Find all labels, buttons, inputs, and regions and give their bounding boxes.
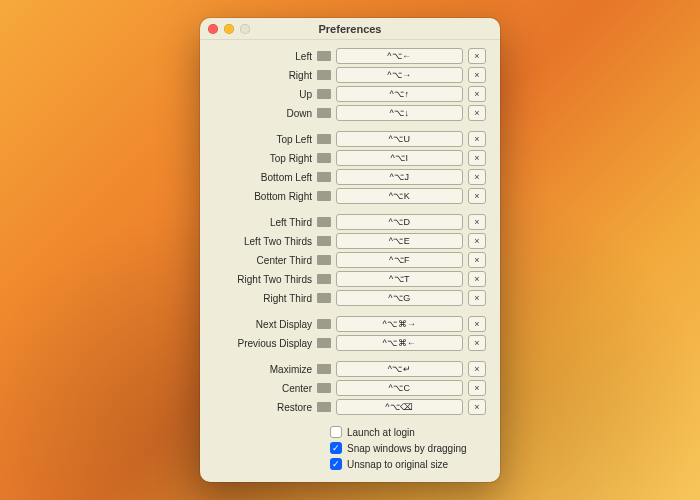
shortcut-label: Left Third	[214, 217, 312, 228]
clear-shortcut-button[interactable]: ×	[468, 188, 486, 204]
checkbox[interactable]	[330, 426, 342, 438]
content: Left^⌥←×Right^⌥→×Up^⌥↑×Down^⌥↓×Top Left^…	[200, 40, 500, 482]
preferences-window: Preferences Left^⌥←×Right^⌥→×Up^⌥↑×Down^…	[200, 18, 500, 482]
shortcut-label: Right	[214, 70, 312, 81]
checkbox[interactable]: ✓	[330, 442, 342, 454]
shortcut-row: Left^⌥←×	[214, 47, 486, 65]
shortcut-field[interactable]: ^⌥E	[336, 233, 463, 249]
shortcut-label: Top Left	[214, 134, 312, 145]
checkbox-label: Unsnap to original size	[347, 459, 448, 470]
shortcut-row: Top Right^⌥I×	[214, 149, 486, 167]
shortcut-field[interactable]: ^⌥⌘←	[336, 335, 463, 351]
shortcut-label: Up	[214, 89, 312, 100]
layout-icon	[317, 338, 331, 348]
clear-shortcut-button[interactable]: ×	[468, 271, 486, 287]
layout-icon	[317, 51, 331, 61]
checkbox[interactable]: ✓	[330, 458, 342, 470]
layout-icon	[317, 70, 331, 80]
shortcut-row: Bottom Left^⌥J×	[214, 168, 486, 186]
clear-shortcut-button[interactable]: ×	[468, 169, 486, 185]
shortcut-row: Maximize^⌥↵×	[214, 360, 486, 378]
clear-shortcut-button[interactable]: ×	[468, 105, 486, 121]
shortcut-group: Left Third^⌥D×Left Two Thirds^⌥E×Center …	[214, 213, 486, 307]
shortcut-row: Restore^⌥⌫×	[214, 398, 486, 416]
layout-icon	[317, 319, 331, 329]
shortcut-label: Top Right	[214, 153, 312, 164]
shortcut-label: Maximize	[214, 364, 312, 375]
shortcut-row: Left Two Thirds^⌥E×	[214, 232, 486, 250]
layout-icon	[317, 134, 331, 144]
shortcut-label: Right Two Thirds	[214, 274, 312, 285]
shortcut-field[interactable]: ^⌥U	[336, 131, 463, 147]
layout-icon	[317, 255, 331, 265]
shortcut-row: Bottom Right^⌥K×	[214, 187, 486, 205]
clear-shortcut-button[interactable]: ×	[468, 86, 486, 102]
shortcut-field[interactable]: ^⌥G	[336, 290, 463, 306]
shortcut-field[interactable]: ^⌥←	[336, 48, 463, 64]
layout-icon	[317, 191, 331, 201]
shortcut-row: Right Two Thirds^⌥T×	[214, 270, 486, 288]
checkbox-label: Launch at login	[347, 427, 415, 438]
clear-shortcut-button[interactable]: ×	[468, 316, 486, 332]
shortcut-group: Left^⌥←×Right^⌥→×Up^⌥↑×Down^⌥↓×	[214, 47, 486, 122]
clear-shortcut-button[interactable]: ×	[468, 233, 486, 249]
clear-shortcut-button[interactable]: ×	[468, 290, 486, 306]
footer-checkboxes: Launch at login✓Snap windows by dragging…	[214, 424, 486, 472]
clear-shortcut-button[interactable]: ×	[468, 380, 486, 396]
shortcut-field[interactable]: ^⌥J	[336, 169, 463, 185]
shortcut-field[interactable]: ^⌥I	[336, 150, 463, 166]
layout-icon	[317, 89, 331, 99]
shortcut-field[interactable]: ^⌥↵	[336, 361, 463, 377]
layout-icon	[317, 364, 331, 374]
shortcut-field[interactable]: ^⌥⌫	[336, 399, 463, 415]
window-title: Preferences	[200, 23, 500, 35]
layout-icon	[317, 293, 331, 303]
clear-shortcut-button[interactable]: ×	[468, 252, 486, 268]
shortcut-field[interactable]: ^⌥↑	[336, 86, 463, 102]
shortcut-label: Center Third	[214, 255, 312, 266]
clear-shortcut-button[interactable]: ×	[468, 150, 486, 166]
layout-icon	[317, 274, 331, 284]
shortcut-field[interactable]: ^⌥T	[336, 271, 463, 287]
shortcut-label: Bottom Right	[214, 191, 312, 202]
shortcut-label: Center	[214, 383, 312, 394]
clear-shortcut-button[interactable]: ×	[468, 48, 486, 64]
clear-shortcut-button[interactable]: ×	[468, 361, 486, 377]
titlebar: Preferences	[200, 18, 500, 40]
shortcut-row: Next Display^⌥⌘→×	[214, 315, 486, 333]
shortcut-field[interactable]: ^⌥⌘→	[336, 316, 463, 332]
layout-icon	[317, 383, 331, 393]
layout-icon	[317, 153, 331, 163]
shortcut-row: Right^⌥→×	[214, 66, 486, 84]
clear-shortcut-button[interactable]: ×	[468, 67, 486, 83]
shortcut-row: Previous Display^⌥⌘←×	[214, 334, 486, 352]
checkbox-row: Launch at login	[214, 424, 486, 440]
shortcut-row: Center Third^⌥F×	[214, 251, 486, 269]
shortcut-field[interactable]: ^⌥D	[336, 214, 463, 230]
shortcut-field[interactable]: ^⌥F	[336, 252, 463, 268]
shortcut-field[interactable]: ^⌥↓	[336, 105, 463, 121]
shortcut-row: Top Left^⌥U×	[214, 130, 486, 148]
checkbox-row: ✓Unsnap to original size	[214, 456, 486, 472]
shortcut-label: Bottom Left	[214, 172, 312, 183]
checkbox-label: Snap windows by dragging	[347, 443, 467, 454]
shortcut-field[interactable]: ^⌥K	[336, 188, 463, 204]
layout-icon	[317, 217, 331, 227]
layout-icon	[317, 108, 331, 118]
shortcut-row: Right Third^⌥G×	[214, 289, 486, 307]
shortcut-label: Down	[214, 108, 312, 119]
clear-shortcut-button[interactable]: ×	[468, 131, 486, 147]
layout-icon	[317, 402, 331, 412]
clear-shortcut-button[interactable]: ×	[468, 399, 486, 415]
clear-shortcut-button[interactable]: ×	[468, 335, 486, 351]
shortcut-label: Next Display	[214, 319, 312, 330]
checkbox-row: ✓Snap windows by dragging	[214, 440, 486, 456]
shortcut-field[interactable]: ^⌥C	[336, 380, 463, 396]
clear-shortcut-button[interactable]: ×	[468, 214, 486, 230]
shortcut-field[interactable]: ^⌥→	[336, 67, 463, 83]
shortcut-label: Restore	[214, 402, 312, 413]
shortcut-group: Maximize^⌥↵×Center^⌥C×Restore^⌥⌫×	[214, 360, 486, 416]
shortcut-row: Center^⌥C×	[214, 379, 486, 397]
layout-icon	[317, 236, 331, 246]
layout-icon	[317, 172, 331, 182]
